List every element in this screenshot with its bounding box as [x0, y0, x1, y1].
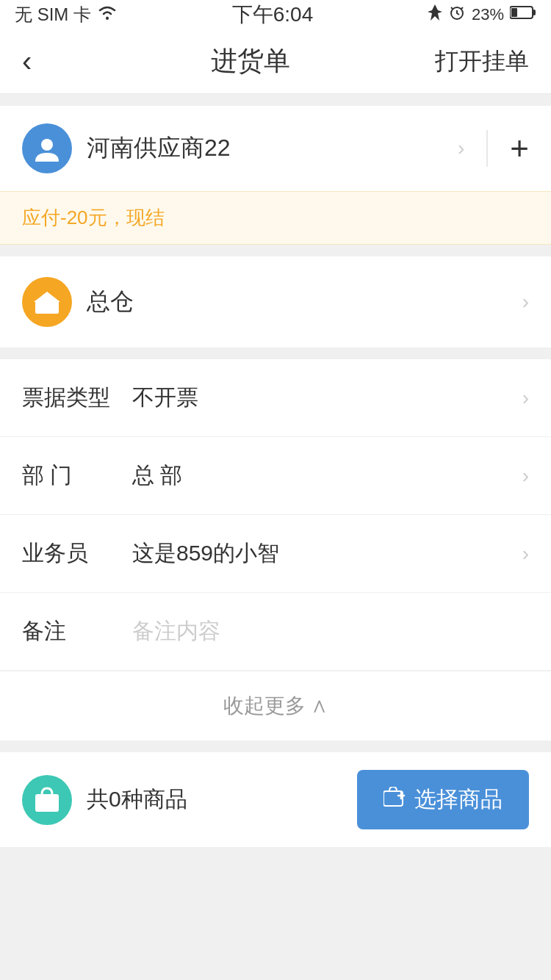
- form-card: 票据类型 不开票 › 部 门 总 部 › 业务员 这是859的小智 › 备注 备…: [0, 359, 551, 741]
- select-product-button[interactable]: 选择商品: [357, 770, 529, 829]
- alarm-icon: [448, 4, 466, 26]
- status-time: 下午6:04: [232, 1, 314, 29]
- battery-text: 23%: [472, 5, 504, 24]
- nav-bar: ‹ 进货单 打开挂单: [0, 29, 551, 94]
- status-bar: 无 SIM 卡 下午6:04 23%: [0, 0, 551, 29]
- warehouse-chevron-icon: ›: [522, 290, 529, 314]
- product-bar: 共0种商品 选择商品: [0, 752, 551, 847]
- svg-rect-3: [533, 10, 536, 15]
- department-chevron-icon: ›: [522, 464, 529, 488]
- svg-rect-8: [43, 306, 51, 314]
- salesperson-label: 业务员: [22, 538, 110, 569]
- department-label: 部 门: [22, 461, 110, 491]
- product-count: 共0种商品: [87, 785, 357, 815]
- department-value: 总 部: [132, 461, 522, 491]
- status-right: 23%: [428, 4, 536, 26]
- open-pending-button[interactable]: 打开挂单: [435, 46, 529, 78]
- content-area: 河南供应商22 › + 应付-20元，现结 总仓 › 票据类型 不开票 ›: [0, 106, 551, 980]
- supplier-avatar: [22, 123, 72, 173]
- select-product-icon: [383, 786, 407, 813]
- location-icon: [428, 4, 442, 25]
- wifi-icon: [97, 4, 118, 25]
- warehouse-icon: [22, 277, 72, 327]
- remark-row[interactable]: 备注 备注内容: [0, 593, 551, 671]
- status-left: 无 SIM 卡: [15, 3, 118, 26]
- battery-icon: [510, 5, 536, 24]
- back-button[interactable]: ‹: [22, 45, 66, 78]
- svg-marker-7: [34, 292, 60, 302]
- salesperson-chevron-icon: ›: [522, 542, 529, 566]
- warehouse-row[interactable]: 总仓 ›: [0, 256, 551, 347]
- remark-input[interactable]: 备注内容: [132, 616, 529, 646]
- remark-label: 备注: [22, 616, 110, 646]
- invoice-type-row[interactable]: 票据类型 不开票 ›: [0, 359, 551, 437]
- supplier-divider: [486, 130, 488, 167]
- carrier-text: 无 SIM 卡: [15, 3, 91, 26]
- warehouse-name: 总仓: [87, 286, 522, 318]
- invoice-type-chevron-icon: ›: [522, 386, 529, 410]
- svg-rect-11: [383, 791, 403, 806]
- collapse-button[interactable]: 收起更多 ∧: [0, 671, 551, 741]
- warehouse-card: 总仓 ›: [0, 256, 551, 347]
- svg-point-5: [41, 139, 53, 151]
- department-row[interactable]: 部 门 总 部 ›: [0, 437, 551, 515]
- product-icon: [22, 775, 72, 825]
- invoice-type-value: 不开票: [132, 383, 522, 413]
- select-product-label: 选择商品: [414, 785, 503, 815]
- invoice-type-label: 票据类型: [22, 383, 110, 413]
- svg-rect-4: [511, 8, 517, 17]
- page-title: 进货单: [211, 43, 290, 79]
- supplier-chevron-icon: ›: [458, 137, 464, 160]
- salesperson-row[interactable]: 业务员 这是859的小智 ›: [0, 515, 551, 593]
- supplier-card: 河南供应商22 › + 应付-20元，现结: [0, 106, 551, 245]
- supplier-name: 河南供应商22: [87, 132, 458, 165]
- add-supplier-button[interactable]: +: [510, 130, 529, 167]
- salesperson-value: 这是859的小智: [132, 538, 522, 569]
- supplier-row[interactable]: 河南供应商22 › +: [0, 106, 551, 191]
- notice-bar: 应付-20元，现结: [0, 191, 551, 245]
- bottom-gray-area: [0, 847, 551, 980]
- svg-point-0: [106, 17, 109, 20]
